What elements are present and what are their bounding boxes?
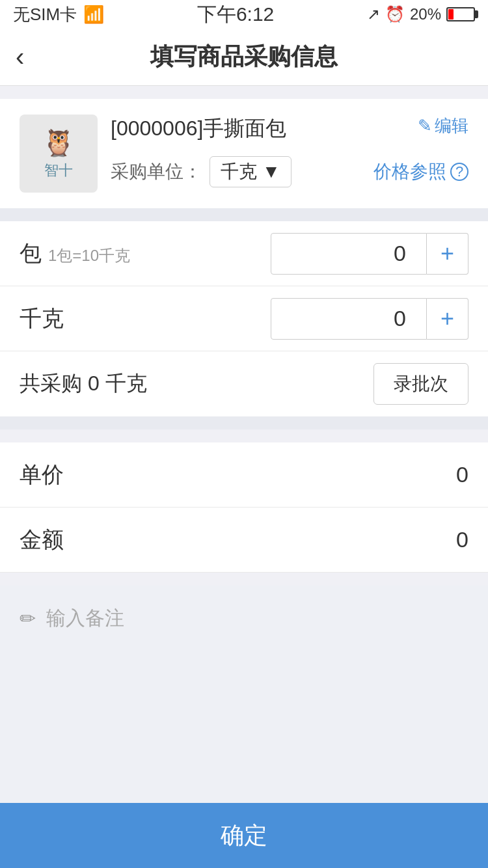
edit-icon: ✎	[418, 116, 432, 136]
kg-quantity-input[interactable]	[271, 298, 427, 340]
page-title: 填写商品采购信息	[150, 41, 338, 73]
kg-input-right: +	[271, 298, 468, 340]
product-logo-icon: 🦉	[42, 128, 75, 158]
kg-label-text: 千克	[20, 304, 64, 334]
bag-plus-button[interactable]: +	[427, 233, 468, 275]
product-image: 🦉 智十	[20, 115, 98, 193]
unit-dropdown[interactable]: 千克 ▼	[210, 156, 291, 187]
amount-label: 金额	[20, 525, 64, 555]
back-button[interactable]: ‹	[16, 42, 24, 72]
product-unit-row: 采购单位： 千克 ▼ 价格参照 ?	[111, 156, 468, 187]
input-section: 包 1包=10千克 + 千克 +	[0, 221, 488, 351]
kg-input-row: 千克 +	[0, 286, 488, 351]
notes-placeholder: 输入备注	[46, 605, 124, 632]
bag-label: 包 1包=10千克	[20, 239, 130, 269]
summary-row: 共采购 0 千克 录批次	[0, 351, 488, 416]
unit-price-row: 单价 0	[0, 442, 488, 508]
summary-unit: 千克	[105, 372, 147, 395]
alarm-icon: ⏰	[385, 5, 405, 23]
price-ref-help-icon[interactable]: ?	[450, 163, 468, 181]
bag-quantity-input[interactable]	[271, 233, 427, 275]
product-header: [0000006]手撕面包 ✎ 编辑	[111, 115, 468, 143]
pencil-icon: ✏	[20, 607, 36, 630]
kg-label: 千克	[20, 304, 64, 334]
amount-row: 金额 0	[0, 508, 488, 573]
status-bar: 无SIM卡 📶 下午6:12 ↗ ⏰ 20%	[0, 0, 488, 29]
notes-section[interactable]: ✏ 输入备注	[0, 586, 488, 651]
summary-amount: 0	[88, 372, 100, 395]
bag-sublabel: 1包=10千克	[48, 245, 130, 266]
product-logo-text: 智十	[44, 161, 73, 180]
unit-price-value: 0	[456, 462, 468, 487]
section-divider-1	[0, 208, 488, 221]
amount-value: 0	[456, 527, 468, 552]
status-time: 下午6:12	[197, 1, 274, 28]
price-ref-label: 价格参照	[373, 159, 446, 184]
status-left: 无SIM卡 📶	[13, 3, 104, 26]
bag-label-text: 包	[20, 239, 42, 269]
price-ref-link[interactable]: 价格参照 ?	[373, 159, 468, 184]
nav-bar: ‹ 填写商品采购信息	[0, 29, 488, 86]
kg-plus-button[interactable]: +	[427, 298, 468, 340]
product-card: 🦉 智十 [0000006]手撕面包 ✎ 编辑 采购单位： 千克 ▼ 价格参照 …	[0, 99, 488, 208]
section-divider-2	[0, 416, 488, 429]
edit-link[interactable]: ✎ 编辑	[418, 115, 468, 137]
unit-label: 采购单位：	[111, 159, 202, 184]
unit-price-label: 单价	[20, 460, 64, 490]
battery-percent: 20%	[410, 5, 441, 23]
summary-text: 共采购 0 千克	[20, 370, 147, 398]
confirm-button[interactable]: 确定	[0, 803, 488, 868]
summary-prefix: 共采购	[20, 372, 82, 395]
location-icon: ↗	[367, 5, 380, 23]
carrier-text: 无SIM卡	[13, 3, 77, 26]
batch-button[interactable]: 录批次	[373, 363, 468, 405]
bag-input-right: +	[271, 233, 468, 275]
unit-value: 千克	[221, 159, 257, 184]
product-info: [0000006]手撕面包 ✎ 编辑 采购单位： 千克 ▼ 价格参照 ?	[111, 115, 468, 187]
battery-icon	[446, 7, 475, 21]
edit-label[interactable]: 编辑	[435, 115, 468, 137]
bag-input-row: 包 1包=10千克 +	[0, 221, 488, 286]
status-right: ↗ ⏰ 20%	[367, 5, 475, 23]
dropdown-arrow-icon: ▼	[262, 161, 280, 182]
confirm-button-label: 确定	[221, 820, 267, 852]
product-name: [0000006]手撕面包	[111, 115, 286, 143]
price-section: 单价 0 金额 0	[0, 442, 488, 573]
wifi-icon: 📶	[83, 5, 104, 25]
